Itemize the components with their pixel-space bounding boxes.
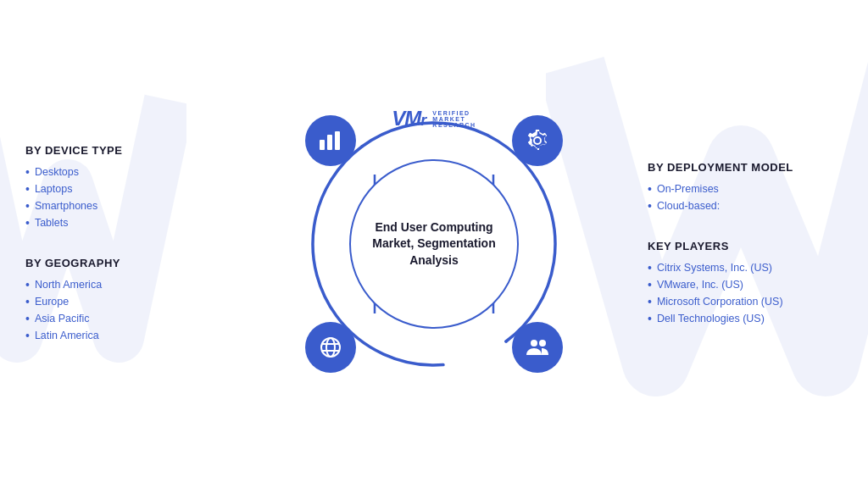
gear-icon-circle — [512, 115, 563, 166]
center-diagram: VMr VERIFIED MARKET RESEARCH — [273, 83, 595, 405]
svg-rect-2 — [335, 131, 340, 150]
svg-rect-1 — [327, 135, 332, 150]
list-item: Dell Technologies (US) — [648, 310, 843, 327]
geography-title: BY GEOGRAPHY — [25, 257, 203, 269]
center-circle: End User Computing Market, Segmentation … — [349, 159, 519, 329]
svg-point-8 — [539, 340, 546, 347]
vmr-line3: RESEARCH — [432, 122, 476, 128]
vmr-text: VMr — [392, 108, 426, 129]
key-players-list: Citrix Systems, Inc. (US) VMware, Inc. (… — [648, 259, 843, 327]
gear-icon — [525, 128, 550, 153]
users-icon — [525, 335, 550, 360]
svg-rect-0 — [320, 140, 325, 150]
vmr-line1: VERIFIED — [432, 110, 476, 116]
globe-icon-circle — [305, 322, 356, 373]
svg-point-4 — [326, 338, 335, 357]
list-item: Europe — [25, 293, 203, 310]
svg-point-3 — [321, 338, 340, 357]
device-type-panel: BY DEVICE TYPE Desktops Laptops Smartpho… — [25, 144, 203, 231]
list-item: Citrix Systems, Inc. (US) — [648, 259, 843, 276]
vmr-logo: VMr VERIFIED MARKET RESEARCH — [392, 108, 476, 129]
list-item: Tablets — [25, 214, 203, 231]
geography-panel: BY GEOGRAPHY North America Europe Asia P… — [25, 257, 203, 344]
right-panels: BY DEPLOYMENT MODEL On-Premises Cloud-ba… — [648, 161, 843, 327]
list-item: Smartphones — [25, 197, 203, 214]
vmr-subtitle-block: VERIFIED MARKET RESEARCH — [432, 110, 476, 128]
left-panels: BY DEVICE TYPE Desktops Laptops Smartpho… — [25, 144, 203, 344]
list-item: Microsoft Corporation (US) — [648, 293, 843, 310]
device-type-list: Desktops Laptops Smartphones Tablets — [25, 164, 203, 231]
list-item: North America — [25, 276, 203, 293]
geography-list: North America Europe Asia Pacific Latin … — [25, 276, 203, 344]
list-item: Asia Pacific — [25, 310, 203, 327]
bar-chart-icon-circle — [305, 115, 356, 166]
center-title: End User Computing Market, Segmentation … — [364, 219, 504, 269]
key-players-title: KEY PLAYERS — [648, 240, 843, 252]
deployment-list: On-Premises Cloud-based: — [648, 180, 843, 214]
vmr-line2: MARKET — [432, 116, 476, 122]
device-type-title: BY DEVICE TYPE — [25, 144, 203, 157]
bar-chart-icon — [318, 128, 343, 153]
globe-icon — [318, 335, 343, 360]
users-icon-circle — [512, 322, 563, 373]
list-item: Laptops — [25, 180, 203, 197]
svg-point-7 — [531, 340, 537, 347]
deployment-panel: BY DEPLOYMENT MODEL On-Premises Cloud-ba… — [648, 161, 843, 214]
vmr-letters: VMr — [392, 108, 426, 129]
list-item: VMware, Inc. (US) — [648, 276, 843, 293]
deployment-title: BY DEPLOYMENT MODEL — [648, 161, 843, 174]
list-item: Cloud-based: — [648, 197, 843, 214]
key-players-panel: KEY PLAYERS Citrix Systems, Inc. (US) VM… — [648, 240, 843, 327]
list-item: Desktops — [25, 164, 203, 180]
list-item: Latin America — [25, 327, 203, 344]
list-item: On-Premises — [648, 180, 843, 197]
